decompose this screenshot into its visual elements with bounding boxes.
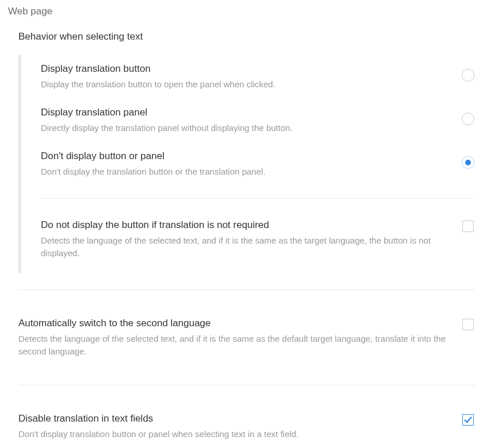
option-desc: Don't display translation button or pane…: [18, 428, 447, 441]
checkbox-no-display-if-not-required[interactable]: [462, 221, 474, 232]
check-icon: [463, 415, 473, 425]
behavior-option-display-panel: Display translation panel Directly displ…: [41, 99, 475, 142]
divider: [41, 198, 475, 199]
behavior-option-dont-display: Don't display button or panel Don't disp…: [41, 142, 475, 186]
disable-text-fields-option: Disable translation in text fields Don't…: [8, 385, 475, 448]
control-col: [461, 63, 475, 82]
option-title: Disable translation in text fields: [18, 413, 447, 424]
option-desc: Detects the language of the selected tex…: [41, 234, 447, 260]
option-title: Do not display the button if translation…: [41, 219, 447, 231]
option-text: Do not display the button if translation…: [41, 219, 461, 260]
radio-display-button[interactable]: [462, 69, 474, 82]
checkbox-disable-text-fields[interactable]: [462, 414, 474, 426]
behavior-option-display-button: Display translation button Display the t…: [41, 55, 475, 99]
option-desc: Directly display the translation panel w…: [41, 122, 447, 134]
option-title: Display translation panel: [41, 107, 447, 118]
option-desc: Display the translation button to open t…: [41, 78, 447, 91]
option-desc: Don't display the translation button or …: [41, 165, 447, 178]
option-title: Don't display button or panel: [41, 150, 447, 162]
option-desc: Detects the language of the selected tex…: [18, 333, 447, 358]
auto-switch-option: Automatically switch to the second langu…: [8, 290, 475, 385]
option-text: Disable translation in text fields Don't…: [18, 413, 461, 441]
radio-display-panel[interactable]: [462, 113, 474, 125]
behavior-section-title: Behavior when selecting text: [18, 31, 475, 43]
option-title: Automatically switch to the second langu…: [18, 318, 447, 329]
option-text: Don't display button or panel Don't disp…: [41, 150, 461, 178]
control-col: [461, 107, 475, 125]
option-text: Automatically switch to the second langu…: [18, 318, 461, 358]
control-col: [461, 150, 475, 169]
option-title: Display translation button: [41, 63, 447, 75]
radio-dont-display[interactable]: [462, 156, 474, 169]
behavior-options-block: Display translation button Display the t…: [18, 55, 475, 273]
option-text: Display translation panel Directly displ…: [41, 107, 461, 134]
checkbox-auto-switch[interactable]: [462, 319, 474, 330]
control-col: [461, 413, 475, 426]
option-text: Display translation button Display the t…: [41, 63, 461, 91]
page-title: Web page: [8, 6, 475, 17]
control-col: [461, 318, 475, 330]
control-col: [461, 219, 475, 232]
behavior-no-display-if-not-required: Do not display the button if translation…: [41, 211, 475, 268]
